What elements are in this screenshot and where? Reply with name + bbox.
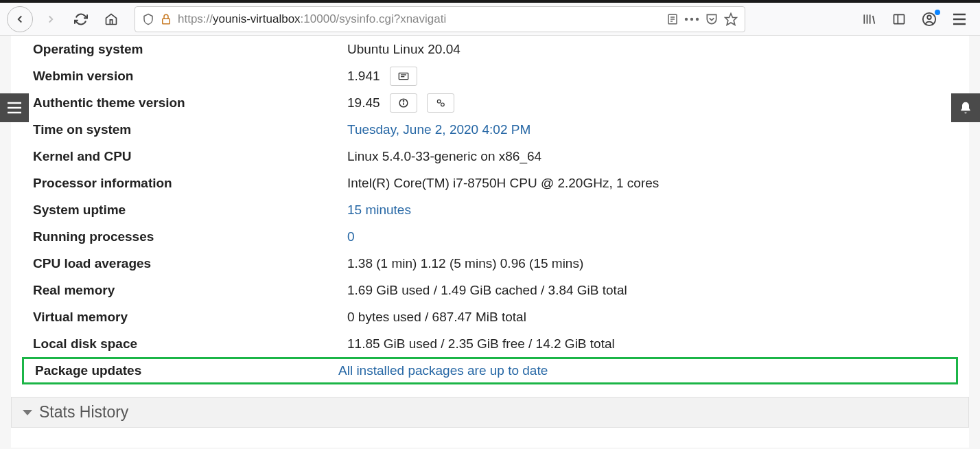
label-webmin: Webmin version [33,69,347,84]
row-operating-system: Operating system Ubuntu Linux 20.04 [33,36,947,62]
row-updates: Package updates All installed packages a… [35,363,945,378]
label-theme: Authentic theme version [33,95,347,111]
refresh-button[interactable] [69,7,93,32]
value-time[interactable]: Tuesday, June 2, 2020 4:02 PM [347,122,530,137]
shield-icon[interactable] [142,13,154,25]
stats-history-header[interactable]: Stats History [11,397,969,428]
back-button[interactable] [7,6,33,32]
svg-marker-8 [725,13,737,25]
row-processes: Running processes 0 [33,223,947,250]
label-updates: Package updates [35,363,338,378]
row-kernel: Kernel and CPU Linux 5.4.0-33-generic on… [33,143,947,170]
notifications-toggle[interactable] [951,93,980,122]
account-icon[interactable] [915,7,943,32]
svg-point-29 [437,100,441,103]
home-button[interactable] [99,7,124,32]
row-real-memory: Real memory 1.69 GiB used / 1.49 GiB cac… [33,277,947,303]
value-kernel: Linux 5.4.0-33-generic on x86_64 [347,149,541,164]
value-disk: 11.85 GiB used / 2.35 GiB free / 14.2 Gi… [347,336,615,352]
label-time: Time on system [33,122,347,137]
value-virtmem: 0 bytes used / 687.47 MiB total [347,310,526,325]
webmin-changelog-button[interactable] [390,67,417,86]
row-processor: Processor information Intel(R) Core(TM) … [33,170,947,196]
label-realmem: Real memory [33,283,347,298]
package-updates-highlight: Package updates All installed packages a… [22,357,958,384]
menu-icon[interactable] [946,7,973,32]
label-disk: Local disk space [33,336,347,352]
value-realmem: 1.69 GiB used / 1.49 GiB cached / 3.84 G… [347,283,627,298]
value-theme: 19.45 [347,95,380,111]
svg-rect-13 [894,14,905,23]
address-bar[interactable]: https://younis-virtualbox:10000/sysinfo.… [135,6,745,32]
row-time: Time on system Tuesday, June 2, 2020 4:0… [33,116,947,143]
label-virtmem: Virtual memory [33,310,347,325]
stats-history-title: Stats History [39,403,128,422]
svg-line-12 [873,16,875,24]
sidebar-toggle-icon[interactable] [885,7,913,32]
system-info-panel: Operating system Ubuntu Linux 20.04 Webm… [11,36,969,448]
svg-point-28 [403,100,404,101]
value-load: 1.38 (1 min) 1.12 (5 mins) 0.96 (15 mins… [347,256,583,271]
svg-point-30 [441,103,444,106]
value-os: Ubuntu Linux 20.04 [347,42,460,57]
lock-warning-icon[interactable] [160,13,172,25]
page-actions-icon[interactable] [684,17,699,21]
theme-info-button[interactable] [390,93,417,113]
browser-toolbar: https://younis-virtualbox:10000/sysinfo.… [0,3,980,36]
label-uptime: System uptime [33,203,347,218]
value-uptime[interactable]: 15 minutes [347,203,411,218]
row-load: CPU load averages 1.38 (1 min) 1.12 (5 m… [33,250,947,277]
chevron-down-icon [23,410,32,415]
url-text: https://younis-virtualbox:10000/sysinfo.… [178,12,661,26]
label-processor: Processor information [33,176,347,191]
svg-point-6 [690,17,693,20]
label-processes: Running processes [33,229,347,244]
notification-dot [935,10,940,15]
value-webmin: 1.941 [347,69,380,84]
bookmark-icon[interactable] [724,12,738,26]
row-theme-version: Authentic theme version 19.45 [33,89,947,116]
value-updates[interactable]: All installed packages are up to date [338,363,548,378]
theme-settings-button[interactable] [427,93,454,113]
label-os: Operating system [33,42,347,57]
value-processes[interactable]: 0 [347,229,355,244]
forward-button[interactable] [38,7,63,32]
svg-point-7 [696,17,699,20]
label-load: CPU load averages [33,256,347,271]
row-uptime: System uptime 15 minutes [33,196,947,223]
row-virtual-memory: Virtual memory 0 bytes used / 687.47 MiB… [33,303,947,330]
reader-mode-icon[interactable] [666,13,679,25]
svg-point-5 [685,17,688,20]
value-processor: Intel(R) Core(TM) i7-8750H CPU @ 2.20GHz… [347,176,659,191]
row-disk: Local disk space 11.85 GiB used / 2.35 G… [33,330,947,357]
label-kernel: Kernel and CPU [33,149,347,164]
library-icon[interactable] [855,7,883,32]
pocket-icon[interactable] [705,12,719,26]
svg-point-16 [927,15,931,19]
row-webmin-version: Webmin version 1.941 [33,62,947,89]
svg-rect-0 [163,19,170,24]
webmin-menu-toggle[interactable] [0,93,29,122]
